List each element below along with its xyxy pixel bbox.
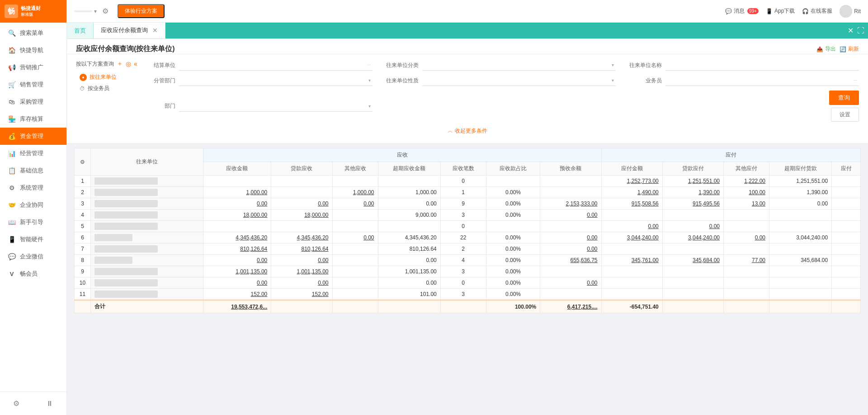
table-cell[interactable]: 1,001,135.00 — [203, 266, 271, 277]
sidebar-item-member[interactable]: V 畅会员 — [0, 265, 66, 282]
tab-close-icon[interactable]: ✕ — [152, 27, 158, 34]
col-settings-icon[interactable]: ⚙ — [75, 148, 91, 176]
tab-maximize-icon[interactable]: ⛶ — [857, 27, 864, 35]
sidebar-item-inventory[interactable]: 🏪 库存核算 — [0, 110, 66, 128]
table-cell[interactable] — [724, 289, 769, 301]
table-cell[interactable]: 0.00 — [271, 198, 332, 210]
mode-partner[interactable]: ● 按往来单位 — [76, 72, 137, 83]
table-cell[interactable]: 0.00 — [540, 277, 601, 289]
table-cell[interactable]: 152.00 — [203, 289, 271, 301]
online-service-button[interactable]: 🎧 在线客服 — [802, 7, 832, 15]
dept2-select[interactable]: ▾ — [179, 101, 373, 112]
table-cell[interactable]: 1,000.00 — [203, 187, 271, 198]
table-cell[interactable] — [724, 221, 769, 232]
table-cell[interactable]: 0.00 — [540, 232, 601, 243]
refresh-button[interactable]: 🔄 刷新 — [840, 45, 859, 53]
table-cell[interactable]: 655,636.75 — [540, 255, 601, 266]
mode-salesman[interactable]: ⏱ 按业务员 — [76, 83, 137, 94]
table-cell[interactable] — [271, 221, 332, 232]
promo-button[interactable]: 体验行业方案 — [118, 4, 165, 18]
table-cell[interactable]: 810,126.64 — [203, 243, 271, 255]
user-area[interactable]: Rit — [840, 5, 861, 18]
table-cell[interactable]: 0.00 — [724, 232, 769, 243]
table-cell[interactable]: 3,044,240.00 — [601, 232, 662, 243]
table-cell[interactable] — [601, 210, 662, 221]
table-cell[interactable] — [601, 266, 662, 277]
table-cell[interactable] — [724, 210, 769, 221]
table-cell[interactable]: 18,000.00 — [203, 210, 271, 221]
table-cell[interactable]: 345,684.00 — [662, 255, 723, 266]
partner-name-input[interactable] — [665, 60, 859, 71]
table-cell[interactable] — [724, 277, 769, 289]
sidebar-item-system[interactable]: ⚙ 系统管理 — [0, 179, 66, 196]
table-cell[interactable]: 1,001,135.00 — [271, 266, 332, 277]
sidebar-collapse-btn[interactable]: ⏸ — [41, 396, 59, 411]
settings-circle-icon[interactable]: ◎ — [126, 60, 131, 67]
salesman-input[interactable]: ··· — [665, 75, 859, 86]
table-cell[interactable] — [662, 289, 723, 301]
table-cell[interactable] — [662, 277, 723, 289]
footer-prepaid[interactable]: 6,417,215.... — [540, 300, 601, 313]
table-cell[interactable]: 810,126.64 — [271, 243, 332, 255]
table-cell[interactable] — [540, 221, 601, 232]
table-cell[interactable] — [601, 289, 662, 301]
sidebar-item-quick[interactable]: 🏠 快捷导航 — [0, 42, 66, 59]
footer-ar-amount[interactable]: 19,553,472,6... — [203, 300, 271, 313]
table-cell[interactable] — [724, 266, 769, 277]
table-cell[interactable]: 2,153,333.00 — [540, 198, 601, 210]
table-cell[interactable] — [662, 243, 723, 255]
table-cell[interactable] — [662, 210, 723, 221]
table-cell[interactable]: 1,390.00 — [662, 187, 723, 198]
app-download-button[interactable]: 📱 App下载 — [766, 7, 795, 15]
table-cell[interactable]: 100.00 — [724, 187, 769, 198]
tab-close-all-icon[interactable]: ✕ — [848, 26, 854, 35]
partner-category-select[interactable]: ▾ — [422, 60, 616, 71]
table-cell[interactable] — [332, 210, 378, 221]
sidebar-item-cooperation[interactable]: 🤝 企业协同 — [0, 196, 66, 214]
export-button[interactable]: 📤 导出 — [816, 45, 836, 53]
sidebar-item-finance[interactable]: 💰 资金管理 — [0, 128, 66, 145]
table-cell[interactable]: 0.00 — [271, 277, 332, 289]
table-cell[interactable] — [332, 277, 378, 289]
table-cell[interactable]: 4,345,436.20 — [203, 232, 271, 243]
sidebar-item-base[interactable]: 📋 基础信息 — [0, 162, 66, 179]
table-cell[interactable] — [271, 187, 332, 198]
sidebar-item-marketing[interactable]: 📢 营销推广 — [0, 59, 66, 76]
table-cell[interactable] — [203, 221, 271, 232]
table-cell[interactable] — [332, 266, 378, 277]
table-cell[interactable]: 77.00 — [724, 255, 769, 266]
table-cell[interactable]: 345,761.00 — [601, 255, 662, 266]
query-button[interactable]: 查询 — [829, 91, 859, 105]
table-cell[interactable]: 0.00 — [662, 221, 723, 232]
table-cell[interactable]: 0.00 — [332, 232, 378, 243]
table-cell[interactable]: 4,345,436.20 — [271, 232, 332, 243]
table-cell[interactable]: 0.00 — [271, 255, 332, 266]
settlement-input[interactable]: ··· — [179, 60, 373, 71]
notification-button[interactable]: 💬 消息 99+ — [725, 7, 759, 15]
table-cell[interactable] — [601, 277, 662, 289]
table-cell[interactable]: 0.00 — [540, 243, 601, 255]
tab-arap[interactable]: 应收应付余额查询 ✕ — [94, 23, 165, 38]
settings-button[interactable]: 设置 — [831, 108, 859, 122]
table-cell[interactable]: 152.00 — [271, 289, 332, 301]
table-cell[interactable] — [540, 176, 601, 187]
sidebar-settings-btn[interactable]: ⚙ — [8, 396, 25, 411]
table-cell[interactable]: 1,222.00 — [724, 176, 769, 187]
table-cell[interactable] — [332, 176, 378, 187]
table-cell[interactable]: 0.00 — [540, 210, 601, 221]
table-cell[interactable]: 0.00 — [203, 277, 271, 289]
dept-select[interactable]: ▾ — [179, 75, 373, 86]
table-cell[interactable]: 1,490.00 — [601, 187, 662, 198]
table-cell[interactable] — [724, 243, 769, 255]
sidebar-item-sales[interactable]: 🛒 销售管理 — [0, 76, 66, 93]
sidebar-item-wechat[interactable]: 💬 企业微信 — [0, 248, 66, 265]
table-cell[interactable]: 0.00 — [203, 198, 271, 210]
table-cell[interactable]: 915,508.56 — [601, 198, 662, 210]
table-cell[interactable]: 0.00 — [601, 221, 662, 232]
table-cell[interactable] — [203, 176, 271, 187]
table-cell[interactable] — [540, 187, 601, 198]
table-cell[interactable] — [662, 266, 723, 277]
table-cell[interactable]: 915,495.56 — [662, 198, 723, 210]
header-gear-icon[interactable]: ⚙ — [102, 7, 108, 15]
table-cell[interactable] — [540, 289, 601, 301]
